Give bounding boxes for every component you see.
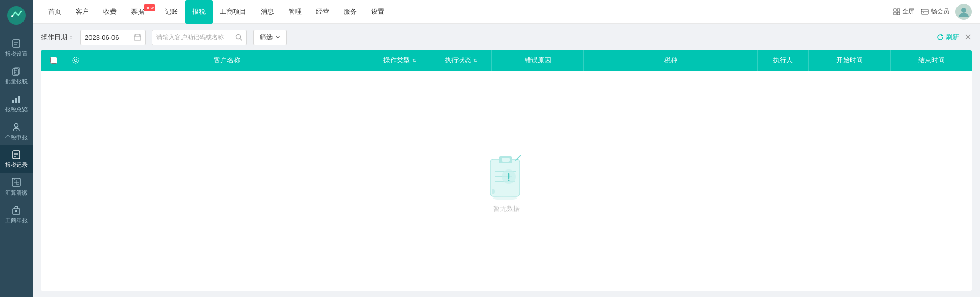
sidebar-item-gongshangnianibao-label: 工商年报 — [5, 217, 28, 224]
svg-rect-25 — [894, 9, 896, 11]
th-executor: 执行人 — [757, 50, 808, 71]
sidebar-item-baoshuizonglan[interactable]: 报税总览 — [0, 89, 33, 117]
search-input[interactable] — [156, 34, 233, 41]
sidebar-item-baoshuijilu[interactable]: 报税记录 — [0, 145, 33, 173]
nav-item-jingying[interactable]: 经营 — [309, 0, 336, 24]
user-avatar[interactable] — [955, 4, 972, 20]
nav-item-baoshui[interactable]: 报税 — [185, 0, 213, 24]
app-logo — [6, 5, 27, 26]
gongshangnianibao-icon — [11, 204, 22, 216]
svg-rect-26 — [897, 9, 900, 11]
svg-rect-10 — [15, 98, 17, 103]
nav-items: 首页 客户 收费 票据 new 记账 报税 工商项目 消息 — [41, 0, 893, 24]
svg-rect-28 — [897, 12, 900, 15]
svg-point-53 — [492, 189, 495, 194]
baoshuijilu-icon — [11, 149, 22, 160]
svg-rect-2 — [13, 40, 20, 47]
piliangbaoshui-icon — [11, 66, 22, 77]
nav-item-shezhi[interactable]: 设置 — [364, 0, 392, 24]
nav-item-shoufei[interactable]: 收费 — [96, 0, 124, 24]
filter-button[interactable]: 筛选 — [253, 30, 287, 45]
th-customer: 客户名称 — [85, 50, 369, 71]
nav-item-guanli[interactable]: 管理 — [281, 0, 309, 24]
calendar-icon — [134, 34, 141, 41]
settings-icon — [72, 56, 80, 65]
nav-item-kehu[interactable]: 客户 — [69, 0, 96, 24]
empty-state: 暂无数据 — [41, 71, 972, 291]
date-label: 操作日期： — [41, 33, 74, 42]
sidebar-item-geshuishenbo[interactable]: 个税申报 — [0, 117, 33, 145]
svg-rect-27 — [894, 12, 896, 15]
svg-point-50 — [508, 180, 509, 181]
sidebar-item-baoshuizonglan-label: 报税总览 — [5, 106, 28, 113]
nav-item-fuwu[interactable]: 服务 — [336, 0, 364, 24]
geshuishenbo-icon — [11, 121, 22, 133]
search-icon[interactable] — [235, 34, 242, 41]
nav-item-shouye[interactable]: 首页 — [41, 0, 69, 24]
nav-item-piaoju[interactable]: 票据 new — [124, 0, 157, 24]
th-select-all[interactable] — [41, 57, 66, 64]
select-all-checkbox[interactable] — [50, 57, 57, 64]
filter-label: 筛选 — [260, 33, 273, 42]
svg-point-0 — [7, 6, 26, 25]
svg-point-54 — [493, 196, 517, 200]
empty-text: 暂无数据 — [493, 204, 520, 214]
huisuanqingsuan-icon — [11, 177, 22, 188]
svg-rect-34 — [134, 35, 141, 40]
nav-item-gongshangxiangmu[interactable]: 工商项目 — [213, 0, 254, 24]
svg-rect-9 — [12, 100, 14, 103]
sidebar-item-baoshuijilu-label: 报税记录 — [5, 162, 28, 168]
baoshuizonglan-icon — [11, 93, 22, 104]
nav-item-jizhang[interactable]: 记账 — [157, 0, 185, 24]
svg-rect-24 — [15, 210, 17, 212]
nav-item-xiaoxi[interactable]: 消息 — [254, 0, 281, 24]
svg-point-1 — [11, 15, 13, 17]
svg-point-40 — [75, 59, 77, 62]
sort-icon-optype: ⇅ — [412, 58, 416, 63]
th-optype[interactable]: 操作类型 ⇅ — [369, 50, 430, 71]
svg-rect-29 — [921, 9, 928, 14]
refresh-label: 刷新 — [946, 33, 959, 42]
sidebar-item-piliangbaoshui-label: 批量报税 — [5, 78, 28, 85]
svg-point-41 — [73, 57, 79, 63]
fullscreen-btn[interactable]: 全屏 — [893, 7, 915, 16]
sidebar-item-geshuishenbo-label: 个税申报 — [5, 134, 28, 141]
svg-rect-11 — [18, 96, 20, 103]
topnav: 首页 客户 收费 票据 new 记账 报税 工商项目 消息 — [33, 0, 980, 24]
sidebar-item-baoshuishezhi-label: 报税设置 — [5, 51, 28, 57]
svg-point-12 — [15, 123, 18, 127]
svg-point-33 — [961, 8, 966, 13]
chevron-down-icon — [275, 35, 280, 40]
th-error: 错误原因 — [491, 50, 583, 71]
sidebar-item-baoshuishezhi[interactable]: 报税设置 — [0, 34, 33, 61]
date-input[interactable] — [85, 34, 131, 41]
th-status[interactable]: 执行状态 ⇅ — [430, 50, 491, 71]
svg-line-39 — [240, 39, 242, 41]
sort-icon-status: ⇅ — [473, 58, 477, 63]
sidebar-item-huisuanqingsuan[interactable]: 汇算清缴 — [0, 173, 33, 200]
new-badge: new — [144, 4, 155, 11]
svg-rect-44 — [502, 158, 510, 162]
sidebar-item-gongshangnianibao[interactable]: 工商年报 — [0, 200, 33, 228]
toolbar: 操作日期： 筛选 — [41, 30, 972, 45]
table-body: 暂无数据 — [41, 71, 972, 291]
th-settings[interactable] — [66, 56, 85, 65]
empty-illustration — [481, 148, 532, 204]
sidebar-item-piliangbaoshui[interactable]: 批量报税 — [0, 61, 33, 89]
member-btn[interactable]: 畅会员 — [921, 7, 949, 16]
close-button[interactable]: ✕ — [964, 33, 972, 42]
refresh-icon — [937, 34, 944, 41]
th-endtime: 结束时间 — [890, 50, 972, 71]
date-picker[interactable] — [80, 30, 146, 45]
table-header: 客户名称 操作类型 ⇅ 执行状态 ⇅ 错误原因 税种 执行人 — [41, 50, 972, 71]
main-area: 首页 客户 收费 票据 new 记账 报税 工商项目 消息 — [33, 0, 980, 297]
th-taxtype: 税种 — [583, 50, 757, 71]
refresh-button[interactable]: 刷新 — [937, 33, 959, 42]
member-label: 畅会员 — [931, 7, 949, 16]
table-container: 客户名称 操作类型 ⇅ 执行状态 ⇅ 错误原因 税种 执行人 — [41, 50, 972, 291]
toolbar-right: 刷新 ✕ — [937, 33, 972, 42]
fullscreen-label: 全屏 — [902, 7, 915, 16]
search-wrap — [152, 30, 247, 45]
sidebar-item-huisuanqingsuan-label: 汇算清缴 — [5, 189, 28, 196]
baoshuishezhi-icon — [11, 38, 22, 49]
